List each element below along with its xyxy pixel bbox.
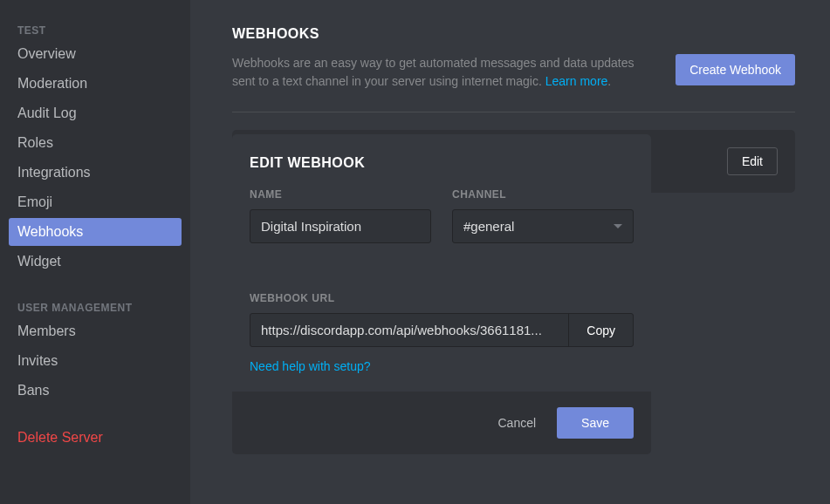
main-content: WEBHOOKS Webhooks are an easy way to get… [190, 0, 830, 504]
sidebar-item-audit-log[interactable]: Audit Log [9, 99, 182, 127]
cancel-button[interactable]: Cancel [497, 416, 536, 430]
sidebar-item-delete-server[interactable]: Delete Server [9, 424, 182, 452]
name-group: NAME [250, 188, 431, 243]
edit-webhook-button[interactable]: Edit [727, 147, 778, 175]
save-button[interactable]: Save [557, 407, 634, 439]
help-link[interactable]: Need help with setup? [250, 359, 371, 373]
modal-footer: Cancel Save [232, 392, 651, 454]
sidebar-item-bans[interactable]: Bans [9, 377, 182, 405]
learn-more-link[interactable]: Learn more [545, 74, 608, 88]
create-webhook-button[interactable]: Create Webhook [676, 54, 795, 85]
webhook-url-input[interactable] [250, 314, 568, 346]
sidebar-item-widget[interactable]: Widget [9, 248, 182, 276]
sidebar-item-emoji[interactable]: Emoji [9, 188, 182, 216]
page-title: WEBHOOKS [232, 26, 795, 42]
description-text: Webhooks are an easy way to get automate… [232, 54, 641, 91]
channel-select[interactable]: #general [452, 209, 634, 243]
sidebar-item-webhooks[interactable]: Webhooks [9, 218, 182, 246]
sidebar-item-invites[interactable]: Invites [9, 347, 182, 375]
edit-webhook-modal: EDIT WEBHOOK NAME CHANNEL #general [232, 134, 651, 454]
modal-title: EDIT WEBHOOK [250, 155, 634, 171]
name-label: NAME [250, 188, 431, 201]
form-row: NAME CHANNEL #general [250, 188, 634, 243]
url-row: Copy [250, 313, 634, 347]
sidebar-item-overview[interactable]: Overview [9, 40, 182, 68]
description-row: Webhooks are an easy way to get automate… [232, 54, 795, 112]
name-input[interactable] [250, 209, 431, 243]
channel-select-wrapper: #general [452, 209, 634, 243]
sidebar-section-user-management: USER MANAGEMENT [9, 295, 182, 317]
copy-button[interactable]: Copy [568, 314, 633, 346]
channel-group: CHANNEL #general [452, 188, 634, 243]
sidebar: TEST Overview Moderation Audit Log Roles… [0, 0, 190, 504]
channel-value: #general [463, 219, 514, 234]
chevron-down-icon [614, 224, 622, 228]
channel-label: CHANNEL [452, 188, 634, 201]
sidebar-section-test: TEST [9, 17, 182, 40]
sidebar-item-roles[interactable]: Roles [9, 129, 182, 157]
sidebar-item-moderation[interactable]: Moderation [9, 70, 182, 98]
sidebar-item-integrations[interactable]: Integrations [9, 159, 182, 187]
modal-body: EDIT WEBHOOK NAME CHANNEL #general [232, 134, 651, 392]
sidebar-item-members[interactable]: Members [9, 317, 182, 345]
url-label: WEBHOOK URL [250, 292, 634, 304]
url-section: WEBHOOK URL Copy Need help with setup? [250, 292, 634, 374]
